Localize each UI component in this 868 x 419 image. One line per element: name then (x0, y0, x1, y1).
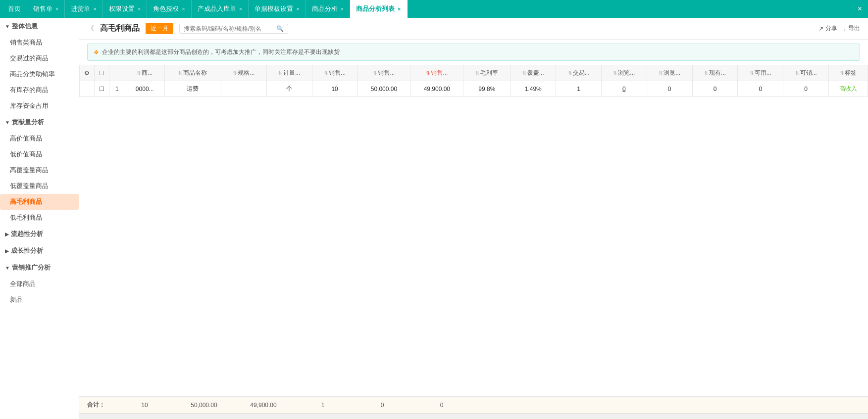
col-current-stock[interactable]: ⇅现有... (692, 65, 738, 81)
sidebar-item-stock-capital[interactable]: 库存资金占用 (0, 98, 79, 114)
sidebar-item-low-margin[interactable]: 低毛利商品 (0, 210, 79, 226)
col-settings[interactable]: ⚙ (80, 65, 95, 81)
col-views2[interactable]: ⇅浏览... (647, 65, 692, 81)
table-header-row: ⚙ ☐ ⇅商... ⇅商品名称 ⇅规格... ⇅计量... ⇅销售... ⇅销售… (80, 65, 868, 81)
sidebar-item-new-goods[interactable]: 新品 (0, 292, 79, 308)
share-icon: ↗ (818, 25, 823, 32)
row-tag: 高收入 (829, 81, 868, 97)
col-sales-profit[interactable]: ⇅销售... (410, 65, 463, 81)
tab-close-goods-analysis[interactable]: × (341, 6, 344, 12)
row-spec (221, 81, 267, 97)
content-area: 《 高毛利商品 近一月 🔍 ↗ 分享 ↓ 导出 ❖ 企业的主要的利润都是这部 (79, 18, 868, 419)
tab-close-template[interactable]: × (296, 6, 299, 12)
tab-permissions[interactable]: 权限设置 × (103, 0, 147, 18)
sidebar-item-all-goods[interactable]: 全部商品 (0, 276, 79, 292)
col-available[interactable]: ⇅可用... (738, 65, 783, 81)
arrow-trend: ▶ (5, 232, 9, 237)
row-name: 运费 (164, 81, 221, 97)
horizontal-scrollbar[interactable] (79, 413, 868, 419)
footer-sales-profit: 49,900.00 (244, 402, 283, 409)
col-check[interactable]: ☐ (95, 65, 109, 81)
col-tag[interactable]: ⇅标签 (829, 65, 868, 81)
sidebar-item-stocked-goods[interactable]: 有库存的商品 (0, 82, 79, 98)
arrow-contribution: ▼ (5, 120, 10, 125)
sidebar-item-low-coverage[interactable]: 低覆盖量商品 (0, 178, 79, 194)
tab-close-product[interactable]: × (239, 6, 242, 12)
sidebar-item-high-coverage[interactable]: 高覆盖量商品 (0, 162, 79, 178)
page-title: 高毛利商品 (100, 23, 140, 34)
footer-label: 合计： (87, 401, 105, 409)
table-wrapper: ⚙ ☐ ⇅商... ⇅商品名称 ⇅规格... ⇅计量... ⇅销售... ⇅销售… (79, 65, 868, 396)
tab-sales-order[interactable]: 销售单 × (27, 0, 65, 18)
sidebar-item-high-value[interactable]: 高价值商品 (0, 131, 79, 146)
col-name[interactable]: ⇅商品名称 (164, 65, 221, 81)
tab-template[interactable]: 单据模板设置 × (249, 0, 306, 18)
search-input[interactable] (184, 25, 274, 32)
info-icon: ❖ (94, 49, 99, 56)
sidebar-collapse-btn[interactable]: 《 (87, 24, 94, 33)
export-icon: ↓ (843, 25, 846, 32)
tab-close-permissions[interactable]: × (138, 6, 141, 12)
sidebar-item-traded-goods[interactable]: 交易过的商品 (0, 50, 79, 66)
footer-transaction: 1 (303, 402, 343, 409)
arrow-overview: ▼ (5, 24, 10, 29)
col-sales-amount[interactable]: ⇅销售... (357, 65, 410, 81)
sidebar-item-category-rate[interactable]: 商品分类助销率 (0, 66, 79, 82)
footer-available: 0 (422, 402, 461, 409)
tab-close-purchase[interactable]: × (93, 6, 96, 12)
sidebar-group-overview[interactable]: ▼ 整体信息 (0, 18, 79, 35)
col-views1[interactable]: ⇅浏览... (601, 65, 647, 81)
col-gross-margin[interactable]: ⇅毛利率 (463, 65, 511, 81)
sidebar-group-growth[interactable]: ▶ 成长性分析 (0, 242, 79, 259)
col-unit[interactable]: ⇅计量... (266, 65, 312, 81)
row-num: 1 (109, 81, 125, 97)
search-icon[interactable]: 🔍 (276, 25, 284, 32)
tab-goods-analysis[interactable]: 商品分析 × (306, 0, 350, 18)
footer-sales-amount: 50,000.00 (184, 402, 224, 409)
arrow-growth: ▶ (5, 248, 9, 254)
tab-purchase[interactable]: 进货单 × (65, 0, 102, 18)
share-button[interactable]: ↗ 分享 (818, 24, 837, 33)
col-spec[interactable]: ⇅规格... (221, 65, 267, 81)
col-sellable[interactable]: ⇅可销... (783, 65, 829, 81)
search-box: 🔍 (179, 24, 288, 34)
tab-close-all[interactable]: × (854, 4, 866, 13)
sidebar-item-high-margin[interactable]: 高毛利商品 (0, 194, 79, 210)
data-table: ⚙ ☐ ⇅商... ⇅商品名称 ⇅规格... ⇅计量... ⇅销售... ⇅销售… (79, 65, 868, 97)
tab-home[interactable]: 首页 (2, 0, 27, 18)
col-coverage[interactable]: ⇅覆盖... (511, 65, 556, 81)
sidebar-group-marketing[interactable]: ▼ 营销推广分析 (0, 259, 79, 276)
sidebar-group-growth-label: 成长性分析 (11, 246, 43, 255)
row-settings (80, 81, 95, 97)
tab-close-goods-list[interactable]: × (398, 6, 401, 12)
sidebar-item-low-value[interactable]: 低价值商品 (0, 146, 79, 162)
sidebar: ▼ 整体信息 销售类商品 交易过的商品 商品分类助销率 有库存的商品 库存资金占… (0, 18, 79, 419)
row-views1[interactable]: 0 (601, 81, 647, 97)
sidebar-group-contribution[interactable]: ▼ 贡献量分析 (0, 114, 79, 131)
header-actions: ↗ 分享 ↓ 导出 (818, 24, 860, 33)
row-sales-amount: 50,000.00 (357, 81, 410, 97)
time-filter-button[interactable]: 近一月 (146, 23, 173, 34)
tab-bar: 首页 销售单 × 进货单 × 权限设置 × 角色授权 × 产成品入库单 × 单据… (0, 0, 868, 18)
col-transaction[interactable]: ⇅交易... (556, 65, 602, 81)
tab-close-sales[interactable]: × (55, 6, 58, 12)
sidebar-group-contribution-label: 贡献量分析 (12, 118, 44, 127)
sidebar-item-sales-goods[interactable]: 销售类商品 (0, 35, 79, 50)
row-code[interactable]: 0000... (125, 81, 164, 97)
row-current-stock: 0 (692, 81, 738, 97)
tab-close-role[interactable]: × (182, 6, 185, 12)
row-available: 0 (738, 81, 783, 97)
export-button[interactable]: ↓ 导出 (843, 24, 860, 33)
footer-current-stock: 0 (362, 402, 402, 409)
sidebar-group-trend[interactable]: ▶ 流趋性分析 (0, 226, 79, 242)
col-code[interactable]: ⇅商... (125, 65, 164, 81)
col-num (109, 65, 125, 81)
row-unit: 个 (266, 81, 312, 97)
table-row: ☐ 1 0000... 运费 个 10 50,000.00 49,900.00 … (80, 81, 868, 97)
tab-goods-analysis-list[interactable]: 商品分析列表 × (350, 0, 407, 18)
tab-role-auth[interactable]: 角色授权 × (147, 0, 191, 18)
row-gross-margin: 99.8% (463, 81, 511, 97)
tab-product-stock[interactable]: 产成品入库单 × (192, 0, 249, 18)
row-check[interactable]: ☐ (95, 81, 109, 97)
col-sales-qty[interactable]: ⇅销售... (312, 65, 357, 81)
